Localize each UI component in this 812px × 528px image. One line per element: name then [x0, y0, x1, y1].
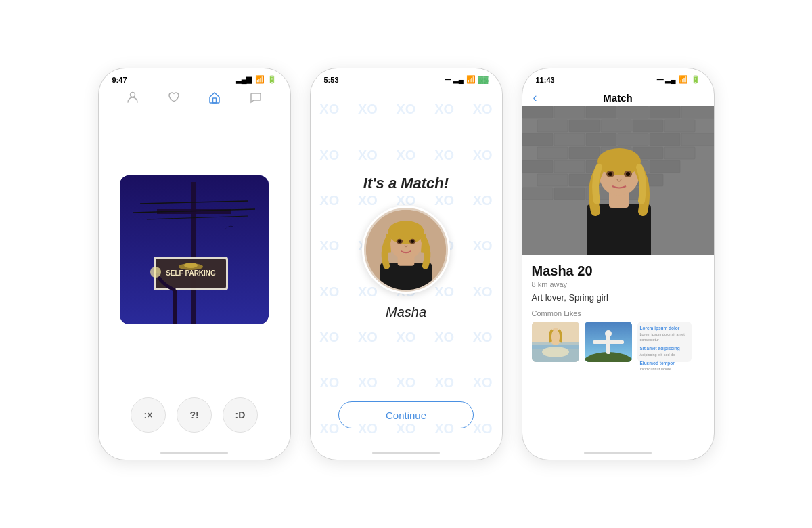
article-text-2: Adipiscing elit sed do	[640, 353, 689, 358]
nav-heart-icon[interactable]	[167, 91, 181, 108]
svg-rect-52	[650, 160, 680, 173]
svg-point-12	[184, 263, 198, 268]
svg-point-0	[130, 93, 135, 97]
svg-rect-78	[606, 335, 610, 354]
profile-photo	[522, 106, 714, 255]
svg-rect-40	[618, 133, 648, 146]
like-thumb-3: Lorem ipsum dolor Lorem ipsum dolor sit …	[637, 322, 692, 362]
svg-rect-37	[522, 133, 553, 146]
back-button[interactable]: ‹	[533, 91, 537, 105]
time-1: 9:47	[112, 76, 127, 84]
wifi3-icon: 📶	[679, 75, 688, 84]
nav-bar	[99, 87, 290, 112]
svg-point-64	[597, 148, 641, 175]
reaction-btn-2[interactable]: ?!	[177, 397, 212, 433]
phone1: 9:47 ▂▄▆ 📶 🔋	[98, 68, 291, 460]
wifi2-icon: 📶	[466, 75, 476, 84]
svg-rect-42	[681, 133, 714, 146]
svg-rect-31	[681, 106, 714, 118]
status-icons-2: — ▂▄ 📶 ▓▓	[445, 75, 488, 84]
match-center: It's a Match!	[317, 93, 495, 401]
svg-rect-39	[586, 133, 616, 146]
wifi-icon: 📶	[255, 75, 265, 84]
nav-home-icon[interactable]	[208, 91, 221, 108]
svg-point-67	[608, 172, 612, 176]
svg-point-24	[411, 240, 414, 243]
article-text-1: Lorem ipsum dolor sit amet consectetur	[640, 332, 689, 343]
svg-rect-3	[191, 182, 196, 324]
status-bar-2: 5:53 — ▂▄ 📶 ▓▓	[311, 68, 502, 87]
svg-point-79	[605, 330, 612, 337]
reaction-btn-1[interactable]: :×	[131, 397, 166, 433]
svg-rect-58	[554, 188, 585, 200]
article-text-3: Incididunt ut labore	[640, 367, 689, 372]
venus-thumb	[532, 322, 579, 362]
svg-rect-30	[650, 106, 680, 118]
svg-rect-44	[569, 147, 600, 159]
signal-icon: ▂▄▆	[236, 75, 252, 84]
person-distance: 8 km away	[532, 280, 704, 288]
time-3: 11:43	[536, 76, 555, 84]
phone2: 5:53 — ▂▄ 📶 ▓▓ XO XO XO XO XO XO XO XO X…	[310, 68, 503, 460]
svg-point-68	[626, 172, 630, 176]
svg-text:SELF PARKING: SELF PARKING	[166, 269, 216, 277]
signal3-icon: — ▂▄	[657, 76, 676, 83]
svg-rect-41	[650, 133, 680, 146]
svg-rect-49	[554, 160, 585, 173]
christ-thumb	[585, 322, 632, 362]
svg-rect-35	[633, 120, 663, 132]
signal2-icon: — ▂▄	[445, 76, 464, 83]
nav-chat-icon[interactable]	[249, 91, 263, 108]
svg-rect-47	[664, 147, 695, 159]
svg-rect-33	[569, 120, 600, 132]
svg-rect-26	[522, 106, 553, 118]
continue-button[interactable]: Continue	[338, 401, 474, 428]
svg-rect-80	[593, 340, 624, 344]
status-icons-3: — ▂▄ 📶 🔋	[657, 75, 700, 84]
svg-point-23	[398, 240, 401, 243]
svg-point-74	[552, 328, 559, 336]
like-thumb-2	[585, 322, 632, 362]
home-indicator-2	[372, 452, 440, 454]
match-name: Masha	[386, 305, 426, 320]
home-indicator-3	[584, 452, 652, 454]
svg-rect-43	[537, 147, 568, 159]
svg-rect-32	[537, 120, 568, 132]
svg-rect-28	[586, 106, 616, 118]
svg-point-20	[388, 221, 424, 244]
time-2: 5:53	[324, 76, 339, 84]
phone1-content: SELF PARKING	[99, 112, 290, 387]
person-bio: Art lover, Spring girl	[532, 292, 704, 303]
svg-rect-27	[554, 106, 585, 118]
status-bar-1: 9:47 ▂▄▆ 📶 🔋	[99, 68, 290, 87]
article-link-2: Sit amet adipiscing	[640, 345, 689, 351]
svg-point-14	[150, 267, 161, 278]
status-bar-3: 11:43 — ▂▄ 📶 🔋	[522, 68, 714, 87]
phone3-page-title: Match	[603, 92, 632, 104]
profile-info: Masha 20 8 km away Art lover, Spring gir…	[522, 255, 714, 452]
svg-rect-57	[522, 188, 553, 200]
person-name: Masha 20	[532, 263, 704, 279]
common-likes-label: Common Likes	[532, 309, 704, 317]
photo-card: SELF PARKING	[120, 175, 269, 324]
article-link-1: Lorem ipsum dolor	[640, 325, 689, 331]
avatar-circle	[362, 206, 450, 294]
parking-sign-scene: SELF PARKING	[120, 175, 269, 324]
common-likes-row: Lorem ipsum dolor Lorem ipsum dolor sit …	[532, 322, 704, 362]
nav-person-icon[interactable]	[126, 91, 139, 108]
app-container: 9:47 ▂▄▆ 📶 🔋	[85, 54, 728, 474]
reaction-btn-3[interactable]: :D	[223, 397, 258, 433]
svg-rect-36	[664, 120, 695, 132]
phone3: 11:43 — ▂▄ 📶 🔋 ‹ Match	[522, 68, 715, 460]
profile-photo-svg	[522, 106, 714, 255]
battery-icon: 🔋	[267, 75, 277, 84]
svg-rect-34	[601, 120, 631, 132]
like-thumb-1	[532, 322, 579, 362]
battery2-icon: ▓▓	[478, 76, 489, 83]
svg-rect-1	[213, 98, 217, 103]
reaction-bar: :× ?! :D	[99, 387, 290, 452]
svg-rect-38	[554, 133, 585, 146]
svg-rect-53	[537, 174, 568, 186]
article-link-3: Eiusmod tempor	[640, 360, 689, 366]
svg-point-72	[542, 347, 569, 357]
